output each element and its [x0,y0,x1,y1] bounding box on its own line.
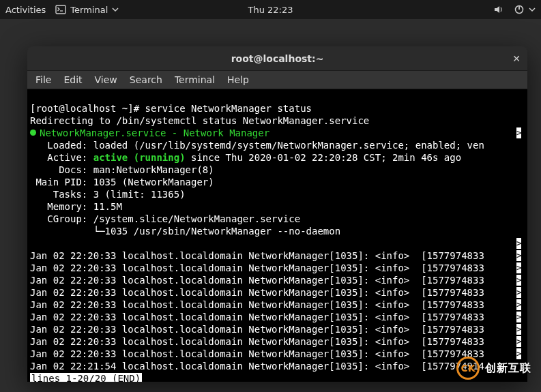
power-button[interactable] [514,4,536,15]
app-menu-button[interactable]: Terminal [55,4,119,15]
log-line: Jan 02 22:21:54 localhost.localdomain Ne… [30,361,484,372]
truncation-marker-icon: > [516,287,521,298]
log-line: Jan 02 22:20:33 localhost.localdomain Ne… [30,336,484,347]
terminal-icon [55,4,66,15]
window-titlebar[interactable]: root@localhost:~ ✕ [27,46,527,71]
terminal-window: root@localhost:~ ✕ File Edit View Search… [27,46,527,382]
chevron-down-icon [529,6,536,13]
output-line: Active: [30,152,93,163]
close-icon: ✕ [512,53,521,64]
active-state: active (running) [93,152,186,163]
log-line: Jan 02 22:20:33 localhost.localdomain Ne… [30,275,484,286]
output-line: CGroup: /system.slice/NetworkManager.ser… [30,213,300,224]
command-text: service NetworkManager status [145,103,312,114]
clock[interactable]: Thu 22:23 [248,5,293,15]
truncation-marker-icon: > [516,336,521,347]
truncation-marker-icon: > [516,250,521,261]
activities-label: Activities [5,5,46,15]
log-line: Jan 02 22:20:33 localhost.localdomain Ne… [30,324,484,335]
log-line: Jan 02 22:20:33 localhost.localdomain Ne… [30,348,484,359]
power-icon [514,4,525,15]
truncation-marker-icon: > [516,348,521,359]
menubar: File Edit View Search Terminal Help [27,71,527,89]
menu-help[interactable]: Help [227,74,249,85]
volume-icon [493,4,504,15]
clock-label: Thu 22:23 [248,5,293,15]
menu-terminal[interactable]: Terminal [175,74,215,85]
window-title: root@localhost:~ [231,53,324,64]
activities-button[interactable]: Activities [5,5,46,15]
truncation-marker-icon: > [516,262,521,273]
output-line: └─1035 /usr/sbin/NetworkManager --no-dae… [30,226,340,237]
truncation-marker-icon: > [516,324,521,335]
menu-view[interactable]: View [95,74,117,85]
output-line: Memory: 11.5M [30,201,122,212]
log-line: Jan 02 22:20:33 localhost.localdomain Ne… [30,299,484,310]
log-line: Jan 02 22:20:33 localhost.localdomain Ne… [30,312,484,322]
volume-button[interactable] [493,4,504,15]
terminal-body[interactable]: [root@localhost ~]# service NetworkManag… [27,89,527,382]
truncation-marker-icon: > [516,238,521,249]
menu-file[interactable]: File [35,74,51,85]
log-line: Jan 02 22:20:33 localhost.localdomain Ne… [30,262,484,273]
menu-edit[interactable]: Edit [63,74,82,85]
truncation-marker-icon: > [516,127,521,138]
output-line: Main PID: 1035 (NetworkManager) [30,177,214,187]
unit-name: NetworkManager.service - Network Manager [40,127,269,138]
output-line: Redirecting to /bin/systemctl status Net… [30,115,369,126]
truncation-marker-icon: > [516,275,521,286]
output-line: Tasks: 3 (limit: 11365) [30,189,186,200]
desktop: Activities Terminal Thu 22:23 root@local… [0,0,541,392]
chevron-down-icon [112,6,119,13]
svg-rect-0 [56,5,65,14]
truncation-marker-icon: > [516,299,521,310]
menu-search[interactable]: Search [130,74,162,85]
output-line: Loaded: loaded (/usr/lib/systemd/system/… [30,140,484,151]
app-menu-label: Terminal [70,5,108,15]
truncation-marker-icon: > [516,312,521,322]
log-line: Jan 02 22:20:33 localhost.localdomain Ne… [30,287,484,298]
output-line: Docs: man:NetworkManager(8) [30,164,214,175]
prompt: [root@localhost ~]# [30,103,145,114]
gnome-topbar: Activities Terminal Thu 22:23 [0,0,541,19]
active-dot-icon [30,130,36,136]
pager-status: lines 1-20/20 (END) [30,373,142,382]
output-line: since Thu 2020-01-02 22:20:28 CST; 2min … [186,152,462,163]
window-close-button[interactable]: ✕ [512,54,521,63]
log-line: Jan 02 22:20:33 localhost.localdomain Ne… [30,250,484,261]
